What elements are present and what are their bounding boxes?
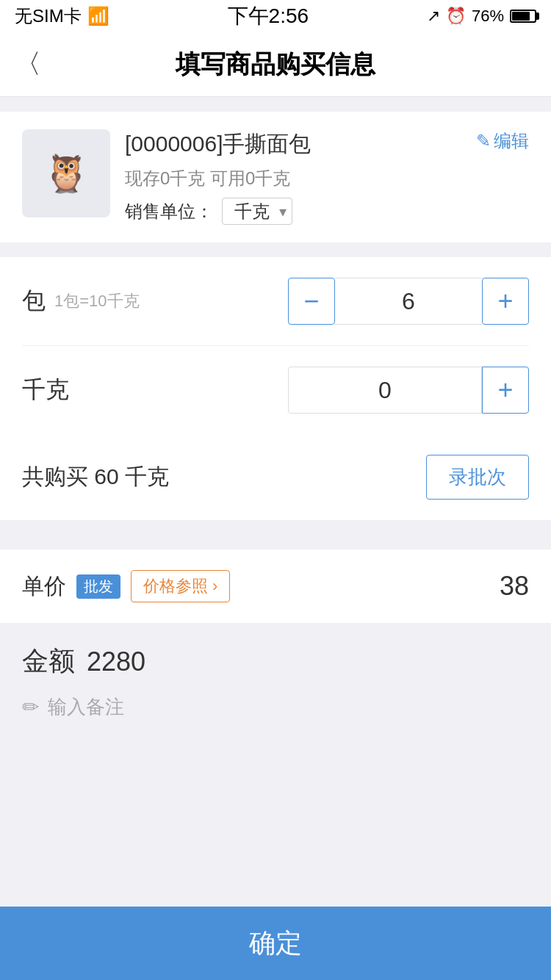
divider-1 — [0, 242, 551, 257]
price-ref-button[interactable]: 价格参照 › — [131, 570, 230, 602]
status-bar-time: 下午2:56 — [228, 2, 309, 30]
status-bar-right: ↗ ⏰ 76% — [427, 7, 536, 26]
input-section: 包 1包=10千克 − + 千克 + — [0, 257, 551, 434]
unit-select-wrapper[interactable]: 千克 — [222, 198, 292, 225]
package-quantity-input[interactable] — [335, 278, 482, 325]
package-input-row: 包 1包=10千克 − + — [22, 257, 529, 346]
kg-increment-button[interactable]: + — [482, 367, 529, 414]
amount-section: 金额 2280 ✏ 输入备注 — [0, 623, 551, 735]
kg-label-group: 千克 — [22, 374, 69, 406]
package-decrement-button[interactable]: − — [288, 278, 335, 325]
product-info: [0000006]手撕面包 现存0千克 可用0千克 销售单位： 千克 — [125, 129, 529, 225]
price-label-row: 单价 批发 价格参照 › — [22, 570, 230, 602]
wifi-icon: 📶 — [87, 6, 109, 26]
divider-2 — [0, 520, 551, 535]
location-icon: ↗ — [427, 7, 440, 26]
product-logo-icon: 🦉 — [43, 152, 89, 195]
kg-input-row: 千克 + — [22, 346, 529, 434]
amount-row: 金额 2280 — [22, 644, 529, 680]
back-button[interactable]: 〈 — [15, 46, 41, 82]
price-section: 单价 批发 价格参照 › 38 — [0, 550, 551, 623]
kg-quantity-input[interactable] — [288, 367, 482, 414]
carrier-label: 无SIM卡 — [15, 4, 82, 28]
page-title: 填写商品购买信息 — [176, 48, 375, 82]
confirm-button[interactable]: 确定 — [0, 907, 551, 980]
amount-value: 2280 — [87, 646, 145, 677]
price-value: 38 — [500, 571, 529, 602]
product-card: 🦉 [0000006]手撕面包 现存0千克 可用0千克 销售单位： 千克 ✎ 编… — [0, 112, 551, 242]
nav-bar: 〈 填写商品购买信息 — [0, 32, 551, 97]
alarm-icon: ⏰ — [446, 7, 466, 26]
total-row: 共购买 60 千克 录批次 — [0, 434, 551, 520]
battery-percent: 76% — [472, 7, 504, 26]
product-unit-row: 销售单位： 千克 — [125, 198, 529, 225]
edit-label: 编辑 — [494, 129, 529, 153]
edit-button[interactable]: ✎ 编辑 — [476, 129, 529, 153]
package-controls: − + — [288, 278, 529, 325]
unit-select[interactable]: 千克 — [222, 198, 292, 225]
kg-controls: + — [288, 367, 529, 414]
note-row[interactable]: ✏ 输入备注 — [22, 694, 529, 720]
product-stock: 现存0千克 可用0千克 — [125, 167, 529, 190]
wholesale-tag: 批发 — [76, 574, 120, 599]
edit-icon: ✎ — [476, 131, 491, 151]
package-label: 包 — [22, 285, 46, 317]
note-placeholder: 输入备注 — [48, 694, 124, 720]
battery-icon — [510, 10, 536, 23]
product-image: 🦉 — [22, 129, 110, 217]
package-hint: 1包=10千克 — [54, 290, 140, 312]
unit-price-label: 单价 — [22, 572, 66, 602]
amount-label: 金额 — [22, 644, 75, 680]
unit-label: 销售单位： — [125, 200, 213, 223]
status-bar: 无SIM卡 📶 下午2:56 ↗ ⏰ 76% — [0, 0, 551, 32]
spacer — [0, 735, 551, 907]
kg-label: 千克 — [22, 374, 69, 406]
status-bar-left: 无SIM卡 📶 — [15, 4, 109, 28]
batch-button[interactable]: 录批次 — [426, 455, 529, 500]
note-icon: ✏ — [22, 695, 39, 719]
package-increment-button[interactable]: + — [482, 278, 529, 325]
product-name: [0000006]手撕面包 — [125, 129, 529, 159]
total-text: 共购买 60 千克 — [22, 462, 169, 492]
package-label-group: 包 1包=10千克 — [22, 285, 140, 317]
